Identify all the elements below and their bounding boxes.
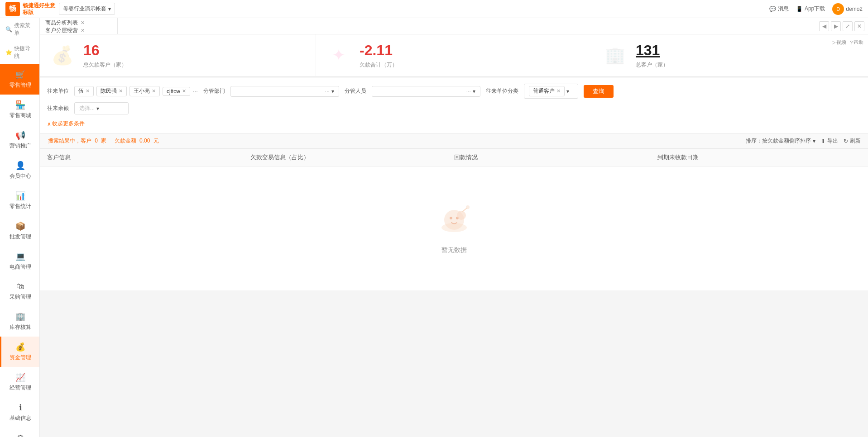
sidebar-label-retail-mall: 零售商城	[10, 112, 31, 119]
refresh-btn[interactable]: ↻ 刷新	[844, 137, 861, 145]
chevron-down-icon: ▾	[566, 88, 569, 95]
sidebar-item-retail-mgmt[interactable]: 🛒零售管理	[0, 64, 39, 95]
batch-mgmt-icon: 📦	[15, 221, 25, 231]
person-filter-label: 分管人员	[345, 87, 366, 95]
sidebar-item-marketing[interactable]: 📢营销推广	[0, 125, 39, 155]
sidebar-item-operation[interactable]: 📈经营管理	[0, 367, 39, 397]
remove-wu-btn[interactable]: ✕	[86, 88, 90, 94]
sidebar-item-basic-info[interactable]: ℹ基础信息	[0, 397, 39, 428]
page-content: 💰 16 总欠款客户（家） ✦ -2.11 欠款合计（万） 🏢	[40, 34, 868, 437]
unit-tag-cjttcw: cjttcw ✕	[163, 87, 190, 96]
download-icon: 📱	[796, 6, 803, 12]
ecommerce-icon: 💻	[15, 252, 25, 261]
data-table: 客户信息 欠款交易信息（占比） 回款情况 到期未收款日期	[40, 149, 868, 290]
svg-point-2	[450, 217, 452, 219]
video-link[interactable]: ▷ 视频	[832, 39, 846, 46]
member-center-icon: 👤	[15, 161, 25, 171]
content-area: 首页客户账本✕采购订单统计表✕进货单统计表（按商品）✕产成品入库单✕商品分析✕商…	[40, 18, 868, 437]
chevron-down-icon: ▾	[813, 138, 815, 144]
col-header-debt: 欠款交易信息（占比）	[250, 153, 454, 162]
search-icon: 🔍	[5, 26, 12, 33]
sidebar-item-inventory[interactable]: 🏢库存核算	[0, 306, 39, 337]
collapse-row: ∧ 收起更多条件	[47, 118, 861, 128]
unit-filter-tags: 伍 ✕ 陈民强 ✕ 王小亮 ✕ cjttcw ✕	[74, 86, 198, 96]
tab-expand-btn[interactable]: ⤢	[843, 21, 853, 31]
tab-customer-layer[interactable]: 客户分层经营✕	[40, 27, 118, 34]
sidebar-item-purchase-mgmt[interactable]: 🛍采购管理	[0, 276, 39, 306]
export-btn[interactable]: ⬆ 导出	[821, 137, 838, 145]
balance-select[interactable]: 选择... ▾	[74, 102, 129, 114]
stat-info-debt: -2.11 欠款合计（万）	[360, 42, 398, 68]
dept-select[interactable]: ··· ▾	[230, 86, 339, 97]
sidebar-item-finance[interactable]: 💰资金管理	[0, 337, 39, 367]
retail-stats-icon: 📊	[15, 191, 25, 201]
person-select[interactable]: ··· ▾	[372, 86, 480, 97]
avatar: D	[832, 3, 844, 15]
debtors-label: 总欠款客户（家）	[83, 61, 127, 69]
tab-prev-btn[interactable]: ◀	[819, 21, 829, 31]
left-sidebar: 🔍 搜索菜单 ⭐ 快捷导航 🛒零售管理🏪零售商城📢营销推广👤会员中心📊零售统计📦…	[0, 18, 40, 437]
search-menu-btn[interactable]: 🔍 搜索菜单	[0, 18, 39, 41]
sidebar-item-batch-mgmt[interactable]: 📦批发管理	[0, 216, 39, 246]
category-select[interactable]: 普通客户 ✕ ▾	[524, 84, 578, 99]
user-menu[interactable]: D demo2	[832, 3, 863, 15]
basic-info-icon: ℹ	[19, 403, 22, 413]
col-header-customer: 客户信息	[47, 153, 250, 162]
retail-mgmt-icon: 🛒	[15, 70, 25, 80]
sidebar-item-ecommerce[interactable]: 💻电商管理	[0, 246, 39, 276]
sidebar-item-member-center[interactable]: 👤会员中心	[0, 155, 39, 185]
stat-info-debtors: 16 总欠款客户（家）	[83, 42, 127, 68]
remove-cjttcw-btn[interactable]: ✕	[182, 88, 186, 94]
debtors-value: 16	[83, 42, 127, 59]
inventory-icon: 🏢	[15, 312, 25, 322]
help-link[interactable]: ? 帮助	[850, 39, 863, 46]
more-tags-btn[interactable]: ···	[193, 88, 198, 95]
main-layout: 🔍 搜索菜单 ⭐ 快捷导航 🛒零售管理🏪零售商城📢营销推广👤会员中心📊零售统计📦…	[0, 18, 868, 437]
sidebar-label-batch-mgmt: 批发管理	[10, 233, 31, 241]
unit-tag-wu: 伍 ✕	[74, 86, 94, 96]
remove-chen-btn[interactable]: ✕	[119, 88, 123, 94]
logo-text: 畅捷通好生意 标版	[23, 2, 55, 15]
remove-wang-btn[interactable]: ✕	[152, 88, 156, 94]
filter-row-2: 往来余额 选择... ▾	[47, 102, 861, 114]
stats-row: 💰 16 总欠款客户（家） ✦ -2.11 欠款合计（万） 🏢	[40, 34, 868, 76]
sidebar-label-marketing: 营销推广	[10, 142, 31, 150]
sidebar-item-retail-mall[interactable]: 🏪零售商城	[0, 95, 39, 125]
result-bar: 搜索结果中，客户 0 家 欠款金额 0.00 元 排序：按欠款金额倒序排序 ▾ …	[40, 133, 868, 149]
customers-icon: 🏢	[601, 42, 628, 69]
operation-icon: 📈	[15, 372, 25, 382]
remove-category-btn[interactable]: ✕	[556, 88, 561, 94]
category-tag-normal: 普通客户 ✕	[529, 86, 565, 96]
logo-area: 畅 畅捷通好生意 标版	[5, 2, 55, 16]
stat-card-customers: 🏢 131 总客户（家） ▷ 视频 ? 帮助	[592, 34, 868, 76]
sidebar-label-purchase-mgmt: 采购管理	[10, 293, 31, 301]
app-download-btn[interactable]: 📱 App下载	[796, 5, 825, 13]
query-btn[interactable]: 查询	[584, 85, 614, 98]
tab-close-customer-layer[interactable]: ✕	[81, 28, 85, 33]
tab-close-product-analysis-list[interactable]: ✕	[81, 20, 85, 26]
sidebar-item-retail-stats[interactable]: 📊零售统计	[0, 185, 39, 216]
tab-product-analysis-list[interactable]: 商品分析列表✕	[40, 19, 118, 27]
quick-nav-btn[interactable]: ⭐ 快捷导航	[0, 41, 39, 64]
system-icon: ⚙	[17, 433, 24, 437]
filter-area: 往来单位 伍 ✕ 陈民强 ✕ 王小亮 ✕	[40, 78, 868, 133]
sidebar-label-basic-info: 基础信息	[10, 414, 31, 422]
dept-filter-label: 分管部门	[203, 87, 225, 95]
debt-amount-icon: ✦	[325, 42, 352, 69]
tab-close-all-btn[interactable]: ✕	[854, 21, 864, 31]
svg-point-4	[457, 211, 466, 220]
filter-row-1: 往来单位 伍 ✕ 陈民强 ✕ 王小亮 ✕	[47, 84, 861, 99]
top-bar-right: 💬 消息 📱 App下载 D demo2	[769, 3, 863, 15]
sidebar-items: 🛒零售管理🏪零售商城📢营销推广👤会员中心📊零售统计📦批发管理💻电商管理🛍采购管理…	[0, 64, 39, 437]
stat-help: ▷ 视频 ? 帮助	[832, 39, 863, 46]
sort-btn[interactable]: 排序：按欠款金额倒序排序 ▾	[746, 137, 815, 145]
unit-tag-chen: 陈民强 ✕	[96, 86, 127, 96]
collapse-btn[interactable]: ∧ 收起更多条件	[47, 120, 861, 128]
company-select[interactable]: 母婴行业演示帐套 ▾	[59, 3, 115, 15]
retail-mall-icon: 🏪	[15, 100, 25, 110]
tab-next-btn[interactable]: ▶	[831, 21, 841, 31]
col-header-return: 回款情况	[454, 153, 657, 162]
message-btn[interactable]: 💬 消息	[769, 5, 789, 13]
stat-card-debt-amount: ✦ -2.11 欠款合计（万）	[316, 34, 592, 76]
sidebar-item-system[interactable]: ⚙系统管理	[0, 428, 39, 437]
